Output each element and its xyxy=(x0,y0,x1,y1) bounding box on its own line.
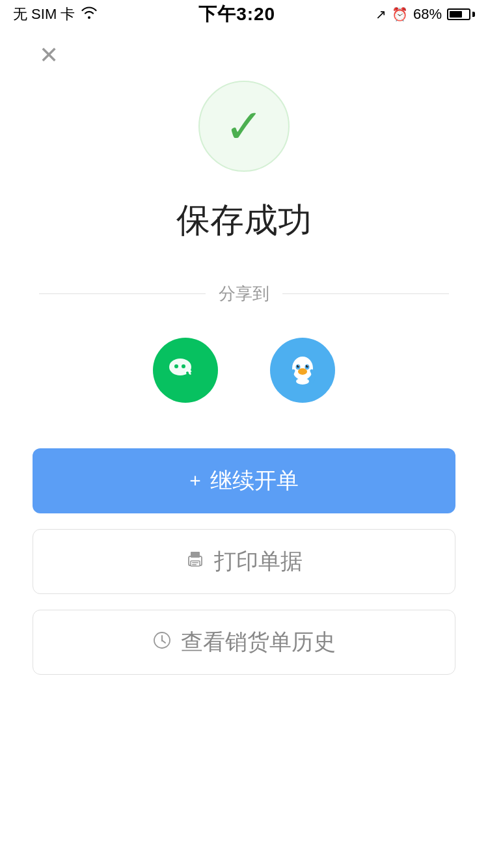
buttons-section: + 继续开单 打印单据 xyxy=(0,448,488,675)
success-circle: ✓ xyxy=(198,81,290,172)
svg-point-1 xyxy=(174,364,178,368)
main-content: ✓ 保存成功 分享到 xyxy=(0,29,488,675)
location-icon: ↗ xyxy=(375,7,386,22)
svg-rect-17 xyxy=(192,562,198,563)
svg-point-4 xyxy=(191,372,193,374)
svg-rect-18 xyxy=(192,564,197,565)
checkmark-icon: ✓ xyxy=(224,103,264,150)
print-button[interactable]: 打印单据 xyxy=(33,529,455,594)
svg-line-21 xyxy=(162,640,165,643)
svg-point-12 xyxy=(298,368,307,375)
divider-line-right xyxy=(282,293,449,294)
clock-icon xyxy=(152,631,172,655)
history-button[interactable]: 查看销货单历史 xyxy=(33,610,455,675)
signal-icon xyxy=(80,6,98,23)
svg-point-3 xyxy=(186,372,189,374)
battery-icon xyxy=(447,8,475,20)
svg-point-8 xyxy=(298,365,299,366)
svg-rect-16 xyxy=(191,561,200,566)
share-divider: 分享到 xyxy=(0,282,488,305)
battery-percent: 68% xyxy=(413,6,442,23)
success-title: 保存成功 xyxy=(176,198,312,243)
status-left: 无 SIM 卡 xyxy=(13,5,98,24)
status-bar: 无 SIM 卡 下午3:20 ↗ ⏰ 68% xyxy=(0,0,488,29)
close-button[interactable]: ✕ xyxy=(33,39,65,72)
qq-share-button[interactable] xyxy=(270,338,335,403)
plus-icon: + xyxy=(189,470,201,492)
divider-line-left xyxy=(39,293,206,294)
close-icon: ✕ xyxy=(39,44,59,67)
status-right: ↗ ⏰ 68% xyxy=(375,6,475,23)
print-label: 打印单据 xyxy=(214,547,303,576)
no-sim-text: 无 SIM 卡 xyxy=(13,5,75,24)
svg-rect-15 xyxy=(191,552,200,558)
share-label: 分享到 xyxy=(206,282,282,305)
continue-button[interactable]: + 继续开单 xyxy=(33,448,455,513)
wechat-share-button[interactable] xyxy=(153,338,218,403)
continue-label: 继续开单 xyxy=(210,466,299,496)
share-row xyxy=(153,338,335,403)
svg-point-11 xyxy=(307,365,308,366)
alarm-icon: ⏰ xyxy=(392,7,408,22)
svg-point-2 xyxy=(182,364,185,368)
history-label: 查看销货单历史 xyxy=(181,627,336,657)
printer-icon xyxy=(185,550,205,573)
svg-point-13 xyxy=(296,378,309,385)
status-time: 下午3:20 xyxy=(198,2,275,27)
